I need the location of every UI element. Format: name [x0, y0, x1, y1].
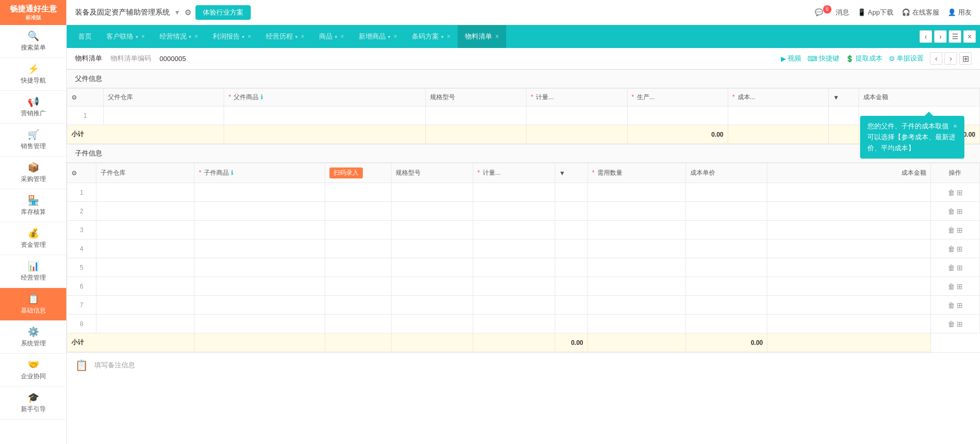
child-scan-7[interactable] [325, 296, 391, 315]
copy-icon-8[interactable]: ⊞ [957, 320, 963, 328]
child-unit-cost-6[interactable] [685, 277, 767, 296]
child-quantity-1[interactable] [587, 183, 685, 202]
child-goods-5[interactable] [194, 258, 325, 277]
sidebar-item-enterprise[interactable]: 🤝 企业协同 [0, 354, 66, 387]
tab-new-goods[interactable]: 新增商品 ▾ × [351, 25, 405, 48]
tab-goods[interactable]: 商品 ▾ × [312, 25, 351, 48]
copy-icon-6[interactable]: ⊞ [957, 282, 963, 291]
child-col-settings[interactable]: ⚙ [67, 163, 96, 183]
parent-cost-1[interactable] [728, 106, 828, 125]
child-unit-cost-8[interactable] [685, 315, 767, 333]
child-cost-amount-5[interactable] [767, 258, 930, 277]
child-unit-7[interactable] [473, 296, 555, 315]
child-spec-5[interactable] [391, 258, 473, 277]
delete-icon-3[interactable]: 🗑 [948, 226, 955, 234]
child-cost-amount-7[interactable] [767, 296, 930, 315]
view-action[interactable]: ▶ 视频 [781, 54, 801, 63]
parent-spec-1[interactable] [426, 106, 526, 125]
scan-input-btn[interactable]: 扫码录入 [329, 167, 363, 178]
info-icon[interactable]: ℹ [261, 93, 263, 101]
child-spec-1[interactable] [391, 183, 473, 202]
child-quantity-3[interactable] [587, 221, 685, 239]
child-goods-8[interactable] [194, 315, 325, 333]
child-unit-8[interactable] [473, 315, 555, 333]
nav-next-btn[interactable]: › [934, 30, 947, 43]
child-unit-cost-5[interactable] [685, 258, 767, 277]
child-goods-4[interactable] [194, 239, 325, 258]
settings-action[interactable]: ⚙ 单据设置 [889, 54, 924, 63]
sidebar-item-search[interactable]: 🔍 搜索菜单 [0, 25, 66, 58]
tab-bom[interactable]: 物料清单 × [458, 25, 506, 48]
child-warehouse-4[interactable] [96, 239, 194, 258]
child-spec-6[interactable] [391, 277, 473, 296]
tab-history[interactable]: 经营历程 ▾ × [259, 25, 312, 48]
tab-home[interactable]: 首页 [71, 25, 99, 48]
sidebar-item-quicknav[interactable]: ⚡ 快捷导航 [0, 58, 66, 91]
child-quantity-6[interactable] [587, 277, 685, 296]
child-unit-4[interactable] [473, 239, 555, 258]
copy-icon-1[interactable]: ⊞ [957, 188, 963, 197]
child-scan-3[interactable] [325, 221, 391, 239]
child-warehouse-2[interactable] [96, 202, 194, 221]
child-scan-6[interactable] [325, 277, 391, 296]
child-cost-amount-6[interactable] [767, 277, 930, 296]
child-unit-5[interactable] [473, 258, 555, 277]
child-scan-1[interactable] [325, 183, 391, 202]
parent-produce-1[interactable] [627, 106, 728, 125]
sidebar-item-finance[interactable]: 💰 资金管理 [0, 222, 66, 255]
delete-icon-2[interactable]: 🗑 [948, 207, 955, 215]
child-goods-2[interactable] [194, 202, 325, 221]
tab-history-close-icon[interactable]: × [301, 33, 304, 40]
child-scan-5[interactable] [325, 258, 391, 277]
child-cost-amount-8[interactable] [767, 315, 930, 333]
tab-business-status[interactable]: 经营情况 ▾ × [152, 25, 205, 48]
delete-icon-5[interactable]: 🗑 [948, 263, 955, 272]
child-warehouse-3[interactable] [96, 221, 194, 239]
child-cost-amount-4[interactable] [767, 239, 930, 258]
child-quantity-2[interactable] [587, 202, 685, 221]
sheet-grid-btn[interactable]: ⊞ [959, 52, 972, 65]
cost-action[interactable]: 💲 提取成本 [846, 54, 883, 63]
message-btn[interactable]: 💬 6 消息 [815, 8, 849, 17]
child-unit-cost-4[interactable] [685, 239, 767, 258]
copy-icon-5[interactable]: ⊞ [957, 263, 963, 272]
copy-icon-4[interactable]: ⊞ [957, 245, 963, 253]
sidebar-item-purchase[interactable]: 📦 采购管理 [0, 157, 66, 189]
child-spec-7[interactable] [391, 296, 473, 315]
tab-barcode[interactable]: 条码方案 ▾ × [405, 25, 458, 48]
sidebar-item-basic[interactable]: 📋 基础信息 [0, 288, 66, 321]
copy-icon-7[interactable]: ⊞ [957, 301, 963, 309]
child-unit-cost-3[interactable] [685, 221, 767, 239]
note-icon[interactable]: 📋 [75, 359, 88, 371]
sidebar-item-system[interactable]: ⚙️ 系统管理 [0, 321, 66, 354]
online-service-btn[interactable]: 🎧 在线客服 [902, 8, 939, 17]
child-scan-4[interactable] [325, 239, 391, 258]
child-unit-cost-2[interactable] [685, 202, 767, 221]
child-quantity-5[interactable] [587, 258, 685, 277]
child-unit-1[interactable] [473, 183, 555, 202]
child-quantity-4[interactable] [587, 239, 685, 258]
child-warehouse-7[interactable] [96, 296, 194, 315]
app-download-btn[interactable]: 📱 App下载 [858, 8, 893, 17]
child-scan-8[interactable] [325, 315, 391, 333]
tab-profit-close-icon[interactable]: × [248, 33, 251, 40]
child-unit-6[interactable] [473, 277, 555, 296]
sidebar-item-sales[interactable]: 🛒 销售管理 [0, 124, 66, 157]
child-quantity-7[interactable] [587, 296, 685, 315]
delete-icon-6[interactable]: 🗑 [948, 282, 955, 291]
parent-unit-1[interactable] [526, 106, 627, 125]
child-goods-3[interactable] [194, 221, 325, 239]
copy-icon-2[interactable]: ⊞ [957, 207, 963, 215]
child-unit-2[interactable] [473, 202, 555, 221]
parent-goods-1[interactable] [224, 106, 426, 125]
sidebar-item-inventory[interactable]: 🏪 库存核算 [0, 189, 66, 222]
tooltip-close-btn[interactable]: × [953, 121, 957, 132]
sidebar-item-business[interactable]: 📊 经营管理 [0, 255, 66, 288]
parent-col-settings[interactable]: ⚙ [67, 89, 104, 106]
parent-warehouse-1[interactable] [103, 106, 224, 125]
child-scan-2[interactable] [325, 202, 391, 221]
tab-customer[interactable]: 客户联络 ▾ × [99, 25, 152, 48]
child-spec-2[interactable] [391, 202, 473, 221]
child-unit-cost-1[interactable] [685, 183, 767, 202]
delete-icon-1[interactable]: 🗑 [948, 188, 955, 197]
